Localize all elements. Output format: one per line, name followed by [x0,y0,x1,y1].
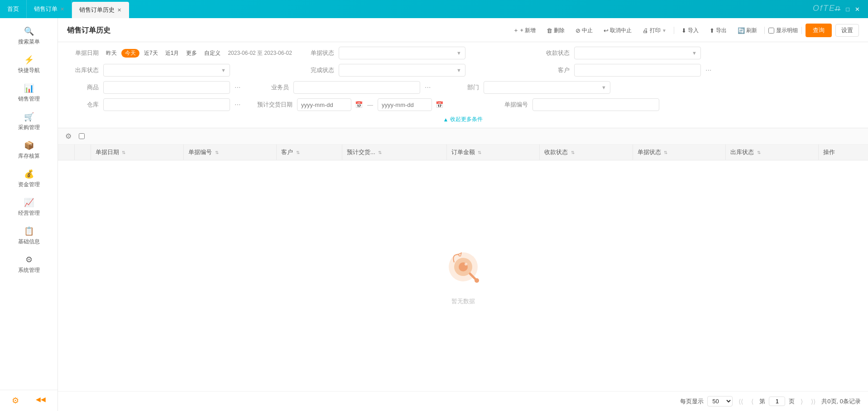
tab-sales-order-history-close[interactable]: ✕ [117,7,121,13]
empty-state: 暂无数据 [58,160,868,391]
date-shortcuts-control: 昨天 今天 近7天 近1月 更多 自定义 2023-06-02 至 2023-0… [103,49,293,58]
window-close[interactable]: ✕ [855,6,860,13]
salesperson-dots[interactable]: ··· [423,83,432,92]
voucher-no-label: 单据编号 [496,101,532,109]
page-first-button[interactable]: ⟨⟨ [736,397,745,406]
filter-row-4: 仓库 ··· 预计交货日期 📅 — 📅 单据编号 [67,98,859,111]
print-icon: 🖨 [643,27,648,34]
complete-status-select[interactable]: ▼ [339,64,465,77]
table-settings-icon[interactable]: ⚙ [65,132,72,140]
toolbar-divider-3 [801,27,802,34]
calendar-end-icon[interactable]: 📅 [436,101,443,108]
warehouse-dots[interactable]: ··· [233,101,242,109]
page-prev-button[interactable]: ⟨ [749,397,756,406]
calendar-start-icon[interactable]: 📅 [355,101,363,108]
col-order-amount[interactable]: 订单金额 ⇅ [446,145,539,160]
shortcut-today[interactable]: 今天 [121,49,139,58]
customer-select[interactable] [574,64,701,77]
tab-home[interactable]: + 新增 首页 [0,0,27,18]
warehouse-label: 仓库 [67,101,103,109]
sidebar-settings-icon[interactable]: ⚙ [12,396,19,406]
shortcut-yesterday[interactable]: 昨天 [103,49,120,58]
finance-icon: 💰 [24,169,34,179]
sort-receipt-status: ⇅ [571,150,575,155]
print-button[interactable]: 🖨 打印 ▼ [639,25,670,36]
settings-button[interactable]: 设置 [835,24,859,37]
page-number-input[interactable] [769,396,785,406]
goods-dots[interactable]: ··· [233,83,242,92]
col-customer[interactable]: 客户 ⇅ [277,145,342,160]
page-title: 销售订单历史 [67,26,110,35]
page-jump-label: 第 [759,397,765,406]
voucher-status-select[interactable]: ▼ [339,47,465,59]
sidebar-item-quick-nav-label: 快捷导航 [18,67,40,74]
receipt-status-select[interactable]: ▼ [574,47,701,59]
sidebar-item-finance[interactable]: 💰 资金管理 [0,164,58,193]
col-receipt-status[interactable]: 收款状态 ⇅ [540,145,633,160]
show-detail-checkbox[interactable] [768,28,774,34]
sidebar-item-quick-nav[interactable]: ⚡ 快捷导航 [0,50,58,79]
sidebar-item-sys-mgmt[interactable]: ⚙ 系统管理 [0,250,58,279]
expected-delivery-end[interactable] [378,98,432,111]
outstock-status-select[interactable]: ▼ [103,64,230,77]
sidebar: 🔍 搜索菜单 ⚡ 快捷导航 📊 销售管理 🛒 采购管理 📦 库存核算 💰 资金管… [0,18,58,411]
sidebar-item-sales-mgmt[interactable]: 📊 销售管理 [0,79,58,107]
shortcut-custom[interactable]: 自定义 [201,49,223,58]
customer-dots[interactable]: ··· [704,66,713,74]
table-toolbar: ⚙ [58,128,868,145]
sort-voucher-date: ⇅ [122,150,125,155]
customer-control: ··· [574,64,719,77]
col-voucher-date[interactable]: 单据日期 ⇅ [91,145,183,160]
window-minimize[interactable]: — [834,6,840,13]
export-button[interactable]: ⬆ 导出 [706,25,730,36]
delete-button[interactable]: 🗑 删除 [543,25,568,36]
page-size-select[interactable]: 50 10 20 100 [707,396,733,406]
sidebar-item-search-menu[interactable]: 🔍 搜索菜单 [0,22,58,50]
salesperson-select[interactable] [293,81,420,94]
expected-delivery-control: 📅 — 📅 [297,98,487,111]
page-header: 销售订单历史 ＋ + 新增 🗑 删除 ⊘ 中止 ↩ [58,18,868,42]
show-detail-label[interactable]: 显示明细 [768,27,798,34]
stop-button[interactable]: ⊘ 中止 [572,25,596,36]
collapse-button[interactable]: ▲ 收起更多条件 [67,116,859,123]
query-button[interactable]: 查询 [806,24,832,37]
col-settings [58,145,74,160]
toolbar-divider-2 [764,27,765,34]
cancel-stop-button[interactable]: ↩ 取消中止 [600,25,635,36]
sidebar-collapse-icon[interactable]: ◀◀ [36,396,46,406]
col-expected-delivery[interactable]: 预计交货... ⇅ [342,145,446,160]
select-all-checkbox[interactable] [79,133,85,139]
receipt-status-control: ▼ [574,47,764,59]
window-maximize[interactable]: □ [846,6,849,13]
expected-delivery-start[interactable] [297,98,351,111]
col-voucher-status[interactable]: 单据状态 ⇅ [633,145,725,160]
sidebar-item-sales-mgmt-label: 销售管理 [18,95,40,103]
stop-icon: ⊘ [575,27,580,34]
sidebar-item-operations[interactable]: 📈 经营管理 [0,193,58,222]
tab-sales-order[interactable]: 销售订单 ✕ [27,0,72,18]
new-button[interactable]: ＋ + 新增 [509,24,539,36]
sidebar-item-purchase-mgmt[interactable]: 🛒 采购管理 [0,107,58,136]
tab-sales-order-history[interactable]: 销售订单历史 ✕ [72,2,129,18]
sidebar-item-base-info[interactable]: 📋 基础信息 [0,222,58,250]
import-icon: ⬇ [681,27,686,34]
outstock-status-label: 出库状态 [67,66,103,74]
shortcut-1month[interactable]: 近1月 [163,49,182,58]
shortcut-7days[interactable]: 近7天 [141,49,161,58]
col-outstock-status[interactable]: 出库状态 ⇅ [726,145,819,160]
page-next-button[interactable]: ⟩ [798,397,805,406]
tab-sales-order-close[interactable]: ✕ [60,6,64,12]
goods-select[interactable] [103,81,230,94]
col-checkbox [74,145,91,160]
col-voucher-no[interactable]: 单据编号 ⇅ [183,145,276,160]
shortcut-more[interactable]: 更多 [183,49,200,58]
refresh-button[interactable]: 🔄 刷新 [734,25,761,36]
top-bar: + 新增 首页 销售订单 ✕ 销售订单历史 ✕ OfTEn — □ ✕ [0,0,868,18]
date-range-display: 2023-06-02 至 2023-06-02 [228,49,292,57]
sidebar-item-inventory[interactable]: 📦 库存核算 [0,136,58,164]
voucher-no-input[interactable] [532,98,659,111]
page-last-button[interactable]: ⟩⟩ [809,397,818,406]
dept-select[interactable]: ▼ [484,81,610,94]
warehouse-select[interactable] [103,98,230,111]
import-button[interactable]: ⬇ 导入 [678,25,702,36]
